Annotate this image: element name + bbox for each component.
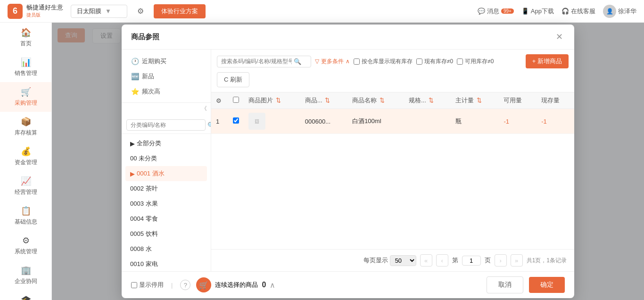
chevron-up-icon: ∧ [346, 58, 350, 65]
sidebar-item-basic[interactable]: 📋 基础信息 [0, 201, 51, 231]
message-button[interactable]: 💬 消息 99+ [478, 7, 514, 16]
collapse-panel-button[interactable]: 《 [201, 105, 207, 113]
tab-recent-label: 近期购买 [142, 57, 166, 66]
more-filter-button[interactable]: ▽ 更多条件 ∧ [315, 58, 350, 66]
sidebar-item-operation[interactable]: 📈 经营管理 [0, 171, 51, 201]
category-label: 0002 茶叶 [130, 184, 158, 193]
checkbox-available-nonzero[interactable]: 可用库存≠0 [457, 58, 494, 66]
col-spec[interactable]: 规格... ⇅ [404, 92, 451, 109]
nav-right: 💬 消息 99+ 📱 App下载 🎧 在线客服 👤 徐泽华 [478, 5, 636, 18]
row-checkbox[interactable] [228, 109, 244, 134]
app-download-button[interactable]: 📱 App下载 [521, 7, 554, 16]
inventory-icon: 📦 [21, 117, 31, 127]
category-item-all[interactable]: ▶ 全部分类 [125, 136, 207, 151]
row-stock: -1 [537, 109, 574, 134]
first-page-button[interactable]: « [420, 254, 432, 267]
col-code[interactable]: 商品... ⇅ [300, 92, 347, 109]
right-panel: 🔍 ▽ 更多条件 ∧ 按仓库显示现有库存 [211, 50, 574, 271]
last-page-button[interactable]: » [511, 254, 523, 267]
modal-close-button[interactable]: ✕ [553, 31, 565, 42]
sidebar-item-guide[interactable]: 🎓 新手引导 [0, 290, 51, 300]
nav-selector[interactable]: 日太阳膜 ▼ [71, 5, 127, 18]
product-search-input[interactable] [221, 58, 292, 65]
checkbox-stock-input[interactable] [354, 58, 360, 65]
tab-new[interactable]: 🆕 新品 [126, 69, 206, 83]
frequent-icon: ⭐ [131, 88, 139, 95]
category-item-00[interactable]: 00 未分类 [125, 151, 207, 166]
confirm-button[interactable]: 确定 [529, 277, 565, 293]
help-button[interactable]: ? [180, 280, 190, 291]
col-name-label: 商品名称 [352, 97, 377, 104]
guide-icon: 🎓 [21, 295, 31, 300]
sidebar-item-label: 采购管理 [15, 99, 37, 107]
col-unit[interactable]: 主计量 ⇅ [451, 92, 499, 109]
show-disabled-input[interactable] [131, 282, 137, 288]
cart-label: 连续选择的商品 [215, 281, 258, 289]
system-icon: ⚙ [22, 235, 30, 246]
row-select-checkbox[interactable] [233, 117, 239, 124]
category-search-button[interactable]: 🔍 [207, 119, 211, 131]
online-service-button[interactable]: 🎧 在线客服 [561, 7, 595, 16]
col-image[interactable]: 商品图片 ⇅ [244, 92, 300, 109]
cancel-button[interactable]: 取消 [487, 276, 523, 293]
sidebar-item-enterprise[interactable]: 🏢 企业协同 [0, 260, 51, 290]
image-icon: 🖼 [255, 119, 259, 124]
sidebar-item-home[interactable]: 🏠 首页 [0, 23, 51, 52]
next-page-button[interactable]: › [495, 254, 507, 267]
product-thumbnail: 🖼 [248, 113, 265, 130]
refresh-button[interactable]: C 刷新 [217, 72, 249, 87]
finance-icon: 💰 [21, 146, 31, 157]
product-reference-modal: 商品参照 ✕ 🕐 近期购买 🆕 [122, 25, 574, 298]
cart-toggle-button[interactable]: ∧ [270, 281, 275, 290]
search-icon[interactable]: 🔍 [294, 58, 301, 65]
category-item-0004[interactable]: 0004 零食 [125, 211, 207, 226]
category-item-0008[interactable]: 0008 水 [125, 242, 207, 257]
tab-frequent[interactable]: ⭐ 频次高 [126, 84, 206, 99]
checkbox-show-stock[interactable]: 按仓库显示现有库存 [354, 58, 413, 66]
category-search-input[interactable] [126, 119, 206, 131]
row-unit: 瓶 [451, 109, 499, 134]
sidebar-item-purchase[interactable]: 🛒 采购管理 [0, 82, 51, 112]
category-item-0003[interactable]: 0003 水果 [125, 196, 207, 211]
checkbox-stock-nonzero-input[interactable] [416, 58, 422, 65]
page-number-input[interactable] [462, 256, 481, 266]
message-badge: 99+ [501, 8, 514, 14]
checkbox-stock-nonzero-label: 现有库存≠0 [424, 58, 453, 66]
checkbox-stock-nonzero[interactable]: 现有库存≠0 [416, 58, 453, 66]
checkbox-available-nonzero-input[interactable] [457, 58, 463, 65]
sidebar-item-sales[interactable]: 📊 销售管理 [0, 52, 51, 82]
page-size-select[interactable]: 50 10 20 100 [390, 255, 416, 266]
settings-icon[interactable]: ⚙ [133, 4, 148, 19]
table-row[interactable]: 1 🖼 [211, 109, 574, 134]
pagination: 每页显示 50 10 20 100 « ‹ 第 [211, 249, 574, 271]
user-name: 徐泽华 [618, 7, 636, 16]
checkbox-stock-label: 按仓库显示现有库存 [362, 58, 413, 66]
col-settings[interactable]: ⚙ [211, 92, 228, 109]
recent-icon: 🕐 [131, 58, 139, 65]
category-item-0005[interactable]: 0005 饮料 [125, 226, 207, 242]
filter-icon: ▽ [315, 58, 319, 65]
user-menu[interactable]: 👤 徐泽华 [603, 5, 636, 18]
show-disabled-checkbox[interactable]: 显示停用 [131, 281, 164, 289]
category-label: 0005 饮料 [130, 230, 158, 238]
content-area: 查询 设置 刷新 商品参照 ✕ 🕐 [52, 23, 644, 300]
tab-new-label: 新品 [142, 72, 154, 81]
logo-area: 6 畅捷通好生意 捷员版 [8, 4, 63, 19]
category-item-0001[interactable]: ▶ 0001 酒水 [125, 166, 207, 181]
prev-page-button[interactable]: ‹ [436, 254, 448, 267]
col-name[interactable]: 商品名称 ⇅ [347, 92, 404, 109]
category-item-0002[interactable]: 0002 茶叶 [125, 181, 207, 196]
cart-count: 0 [262, 281, 266, 289]
cart-button[interactable]: 🛒 [196, 277, 211, 292]
modal-footer: 显示停用 | ? 🛒 连续选择的商品 0 ∧ [122, 271, 574, 298]
add-product-button[interactable]: + 新增商品 [526, 54, 569, 68]
category-item-0010[interactable]: 0010 家电 [125, 257, 207, 267]
trial-button[interactable]: 体验行业方案 [154, 4, 206, 18]
modal-title: 商品参照 [131, 33, 159, 42]
sidebar-item-system[interactable]: ⚙ 系统管理 [0, 231, 51, 260]
select-all-checkbox[interactable] [233, 97, 239, 103]
sort-icon: ⇅ [276, 97, 281, 104]
sidebar-item-inventory[interactable]: 📦 库存核算 [0, 112, 51, 142]
sidebar-item-finance[interactable]: 💰 资金管理 [0, 142, 51, 171]
tab-recent[interactable]: 🕐 近期购买 [126, 54, 206, 68]
